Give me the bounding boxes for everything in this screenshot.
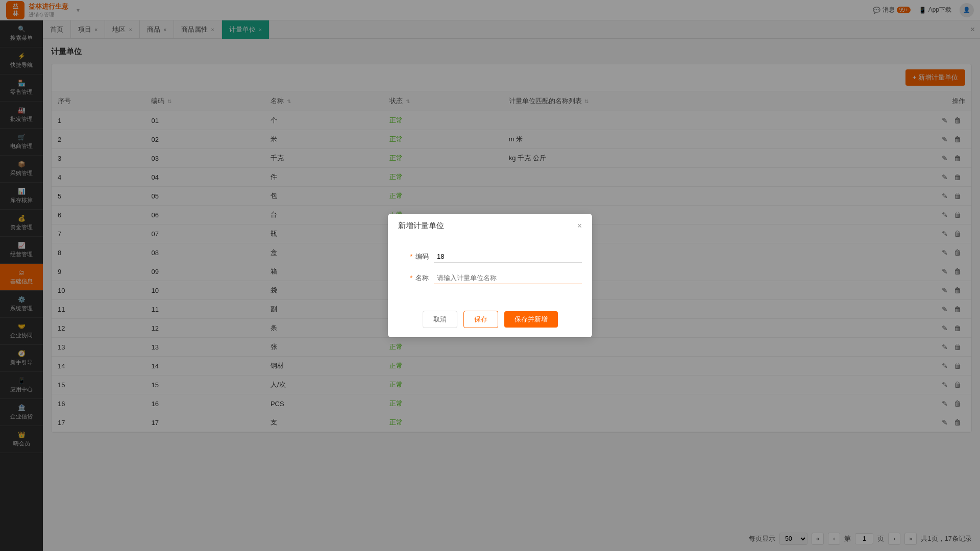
name-input[interactable] — [434, 272, 582, 284]
name-label-text: 名称 — [415, 274, 429, 282]
code-label-text: 编码 — [415, 253, 429, 260]
code-input[interactable] — [434, 251, 582, 263]
modal-header: 新增计量单位 × — [388, 214, 592, 238]
cancel-button[interactable]: 取消 — [423, 311, 457, 328]
code-label: * 编码 — [398, 252, 429, 261]
save-button[interactable]: 保存 — [463, 311, 498, 328]
required-star: * — [410, 253, 412, 260]
modal-title: 新增计量单位 — [398, 221, 444, 231]
save-and-new-button[interactable]: 保存并新增 — [504, 311, 558, 328]
name-label: * 名称 — [398, 273, 429, 283]
modal-close-btn[interactable]: × — [577, 222, 582, 230]
form-row-name: * 名称 — [398, 272, 582, 284]
required-star-name: * — [410, 274, 412, 282]
form-row-code: * 编码 — [398, 251, 582, 263]
add-unit-modal: 新增计量单位 × * 编码 * 名称 取消 保存 保存并新增 — [388, 214, 592, 337]
modal-footer: 取消 保存 保存并新增 — [388, 304, 592, 337]
modal-overlay[interactable]: 新增计量单位 × * 编码 * 名称 取消 保存 保存并新增 — [0, 0, 980, 551]
modal-body: * 编码 * 名称 — [388, 238, 592, 304]
